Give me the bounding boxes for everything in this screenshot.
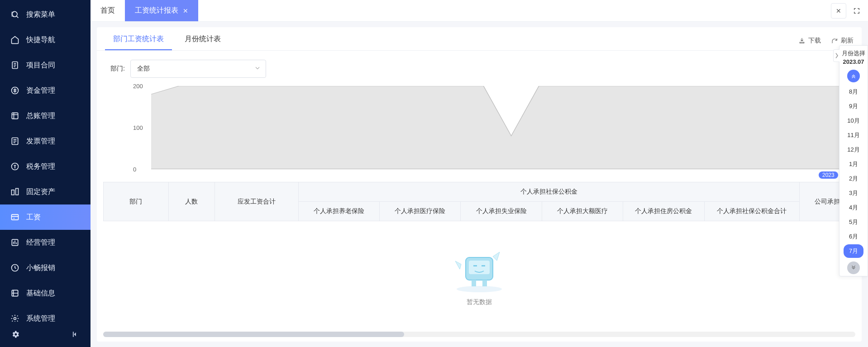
month-option[interactable]: 11月 xyxy=(844,128,863,142)
expense-icon xyxy=(10,263,20,273)
filter-row: 部门: 全部 xyxy=(97,51,862,82)
dept-select[interactable]: 全部 xyxy=(130,60,266,78)
svg-rect-7 xyxy=(16,189,19,195)
chart-ytick: 0 xyxy=(133,166,136,173)
horizontal-scrollbar[interactable] xyxy=(103,332,855,337)
sidebar-item-expense[interactable]: 小畅报销 xyxy=(0,255,91,280)
sidebar-item-nav[interactable]: 快捷导航 xyxy=(0,27,91,52)
sidebar-item-label: 经营管理 xyxy=(26,238,55,247)
sidebar-item-salary[interactable]: 工资 xyxy=(0,204,91,230)
svg-rect-22 xyxy=(482,280,487,286)
tab-home[interactable]: 首页 xyxy=(91,0,125,21)
nav-icon xyxy=(10,35,20,45)
tab-current-label: 工资统计报表 xyxy=(135,6,178,15)
dept-select-value: 全部 xyxy=(137,65,150,73)
month-option[interactable]: 12月 xyxy=(844,143,863,157)
month-option[interactable]: 6月 xyxy=(844,230,863,243)
sidebar-item-tax[interactable]: 税务管理 xyxy=(0,154,91,179)
empty-state: 暂无数据 xyxy=(97,221,862,330)
col-bigmed: 个人承担大额医疗 xyxy=(542,202,623,221)
svg-point-12 xyxy=(14,318,16,320)
search-icon xyxy=(10,10,20,19)
close-all-tabs-button[interactable]: ✕ xyxy=(831,3,846,19)
panel: 部门工资统计表 月份统计表 下载 xyxy=(97,27,862,342)
sidebar-item-label: 资金管理 xyxy=(26,86,55,95)
month-panel-current: 2023.07 xyxy=(839,58,868,68)
col-medical: 个人承担医疗保险 xyxy=(380,202,461,221)
svg-marker-19 xyxy=(493,252,500,261)
inner-tab-month[interactable]: 月份统计表 xyxy=(176,34,229,50)
sidebar-item-system[interactable]: 系统管理 xyxy=(0,306,91,322)
col-total: 应发工资合计 xyxy=(215,182,299,221)
sidebar-item-label: 税务管理 xyxy=(26,162,55,171)
sidebar-item-label: 快捷导航 xyxy=(26,35,55,45)
month-option[interactable]: 1月 xyxy=(844,157,863,171)
inner-tab-dept-label: 部门工资统计表 xyxy=(113,35,164,43)
month-option[interactable]: 3月 xyxy=(844,186,863,200)
sidebar-item-manage[interactable]: 经营管理 xyxy=(0,230,91,255)
close-icon[interactable]: ✕ xyxy=(183,7,188,14)
base-icon xyxy=(10,288,20,298)
fullscreen-button[interactable] xyxy=(849,3,864,19)
tabs-bar: 首页 工资统计报表 ✕ ✕ xyxy=(91,0,868,22)
svg-point-14 xyxy=(457,286,502,292)
month-panel-collapse-icon[interactable] xyxy=(833,49,839,62)
tab-home-label: 首页 xyxy=(100,6,115,15)
empty-illustration-icon xyxy=(450,239,509,294)
year-badge: 2023 xyxy=(819,171,838,179)
asset-icon xyxy=(10,187,20,197)
sidebar-item-invoice[interactable]: 发票管理 xyxy=(0,128,91,154)
inner-tabs: 部门工资统计表 月份统计表 下载 xyxy=(97,27,862,51)
sidebar-item-label: 总账管理 xyxy=(26,111,55,121)
tab-current[interactable]: 工资统计报表 ✕ xyxy=(125,0,198,21)
collapse-sidebar-icon[interactable] xyxy=(70,329,81,340)
sidebar-item-contract[interactable]: 项目合同 xyxy=(0,52,91,78)
scrollbar-thumb[interactable] xyxy=(103,332,404,337)
sidebar-item-label: 小畅报销 xyxy=(26,263,55,273)
month-down-button[interactable] xyxy=(847,261,860,274)
manage-icon xyxy=(10,238,20,247)
svg-rect-17 xyxy=(473,265,477,266)
download-button[interactable]: 下载 xyxy=(798,37,821,45)
svg-rect-21 xyxy=(472,280,476,286)
contract-icon xyxy=(10,60,20,70)
month-list: 8月9月10月11月12月1月2月3月4月5月6月7月 xyxy=(839,84,868,260)
month-option[interactable]: 4月 xyxy=(844,201,863,214)
col-group-personal: 个人承担社保公积金 xyxy=(298,182,799,202)
sidebar-item-label: 系统管理 xyxy=(26,314,55,322)
chart: 0100200 xyxy=(97,82,862,177)
sidebar-item-label: 基础信息 xyxy=(26,289,55,298)
svg-rect-6 xyxy=(12,190,14,195)
fund-icon xyxy=(10,86,20,95)
month-option[interactable]: 10月 xyxy=(844,114,863,128)
month-selector-panel: 月份选择 2023.07 8月9月10月11月12月1月2月3月4月5月6月7月… xyxy=(839,45,868,276)
sidebar-item-base[interactable]: 基础信息 xyxy=(0,280,91,306)
settings-icon[interactable] xyxy=(10,329,21,340)
refresh-button[interactable]: 刷新 xyxy=(831,37,854,45)
empty-text: 暂无数据 xyxy=(467,298,492,306)
svg-rect-3 xyxy=(12,113,18,119)
sidebar-item-ledger[interactable]: 总账管理 xyxy=(0,103,91,128)
col-unemploy: 个人承担失业保险 xyxy=(461,202,542,221)
month-option[interactable]: 2月 xyxy=(844,172,863,185)
col-count: 人数 xyxy=(168,182,215,221)
sidebar-item-label: 工资 xyxy=(26,213,41,222)
dept-filter-label: 部门: xyxy=(110,65,125,73)
month-option[interactable]: 8月 xyxy=(844,85,863,99)
sidebar-item-label: 发票管理 xyxy=(26,137,55,146)
sidebar-item-label: 搜索菜单 xyxy=(26,10,55,19)
month-option[interactable]: 9月 xyxy=(844,100,863,113)
month-option[interactable]: 5月 xyxy=(844,215,863,229)
sidebar-footer xyxy=(0,322,91,347)
refresh-icon xyxy=(831,37,838,44)
month-option[interactable]: 7月 xyxy=(844,244,863,258)
month-up-button[interactable] xyxy=(847,70,860,82)
svg-rect-8 xyxy=(12,214,19,220)
sidebar-item-fund[interactable]: 资金管理 xyxy=(0,78,91,103)
inner-tab-dept[interactable]: 部门工资统计表 xyxy=(105,34,172,50)
sidebar-item-asset[interactable]: 固定资产 xyxy=(0,179,91,204)
salary-icon xyxy=(10,212,20,222)
download-label: 下载 xyxy=(808,37,821,45)
chart-ytick: 200 xyxy=(133,83,143,90)
sidebar-item-search[interactable]: 搜索菜单 xyxy=(0,2,91,27)
